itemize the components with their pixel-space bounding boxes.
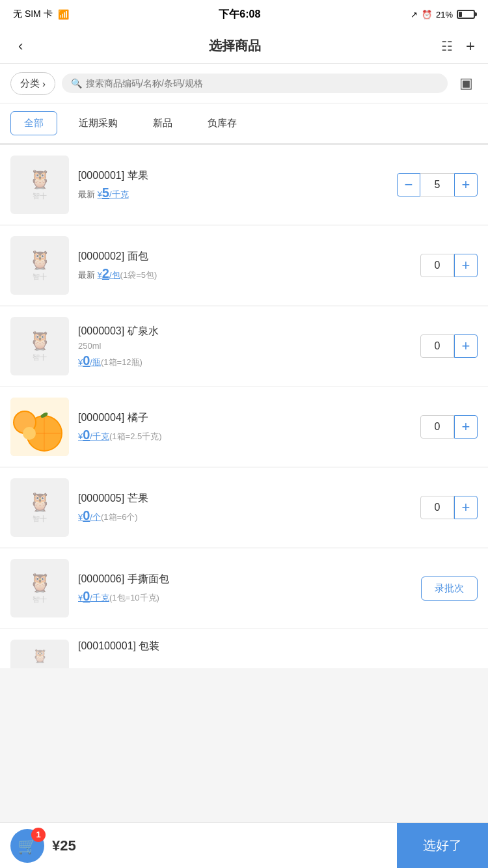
product-price-0000006: ¥0/千克(1包=10千克) [78, 589, 412, 604]
search-bar: 🔍 [62, 74, 448, 93]
cart-total: ¥25 [52, 837, 76, 854]
product-info-0000005: [0000005] 芒果 ¥0/个(1箱=6个) [78, 492, 411, 523]
product-name-0000002: [0000002] 面包 [78, 250, 411, 264]
cart-badge: 1 [31, 828, 46, 842]
product-thumb-0000003: 🦉 智十 [10, 317, 69, 375]
batch-control-0000006: 录批次 [421, 576, 478, 601]
category-chevron: › [42, 78, 46, 89]
qty-plus-0000001[interactable]: + [454, 173, 478, 197]
product-name-0000006: [0000006] 手撕面包 [78, 573, 412, 586]
product-thumb-0000005: 🦉 智十 [10, 478, 69, 537]
orange-image [10, 398, 69, 456]
svg-point-8 [23, 427, 36, 440]
qty-control-0000004: + [420, 415, 478, 439]
product-item-partial: 🦉 [000100001] 包装 [0, 629, 488, 668]
nav-actions: ☷ + [441, 37, 475, 55]
nav-bar: ‹ 选择商品 ☷ + [0, 29, 488, 64]
placeholder-text: 智十 [33, 595, 47, 604]
placeholder-icon: 🦉 [29, 491, 51, 513]
location-icon: ↗ [411, 10, 418, 20]
qty-plus-0000003[interactable]: + [454, 334, 478, 358]
tab-negative[interactable]: 负库存 [194, 111, 251, 135]
search-input[interactable] [86, 78, 439, 88]
placeholder-text: 智十 [33, 191, 47, 201]
placeholder-icon: 🦉 [29, 249, 51, 271]
battery-label: 21% [436, 10, 453, 20]
product-thumb-partial: 🦉 [10, 640, 69, 668]
qty-plus-0000005[interactable]: + [454, 496, 478, 519]
product-item-0000004: [0000004] 橘子 ¥0/千克(1箱=2.5千克) + [0, 387, 488, 467]
qty-input-0000005[interactable] [420, 496, 454, 519]
carrier-label: 无 SIM 卡 [13, 8, 53, 20]
category-button[interactable]: 分类 › [10, 72, 55, 95]
product-name-partial: [000100001] 包装 [78, 640, 478, 653]
product-thumb-0000004 [10, 398, 69, 456]
placeholder-text: 智十 [33, 353, 47, 362]
product-price-0000002: 最新 ¥2/包(1袋=5包) [78, 266, 411, 281]
status-bar: 无 SIM 卡 📶 下午6:08 ↗ ⏰ 21% [0, 0, 488, 29]
product-info-0000001: [0000001] 苹果 最新 ¥5/千克 [78, 169, 388, 200]
tab-all[interactable]: 全部 [10, 111, 57, 135]
qty-input-0000003[interactable] [420, 334, 454, 358]
wifi-icon: 📶 [58, 9, 69, 20]
qty-input-0000002[interactable] [420, 254, 454, 277]
filter-icon[interactable]: ☷ [441, 38, 453, 54]
product-info-partial: [000100001] 包装 [78, 640, 478, 656]
add-button[interactable]: + [466, 37, 475, 55]
product-item-0000005: 🦉 智十 [0000005] 芒果 ¥0/个(1箱=6个) + [0, 468, 488, 547]
cart-area: 🛒 1 ¥25 [10, 829, 397, 863]
qty-plus-0000002[interactable]: + [454, 254, 478, 277]
product-info-0000004: [0000004] 橘子 ¥0/千克(1箱=2.5千克) [78, 411, 411, 442]
qty-minus-0000001[interactable]: − [397, 173, 420, 197]
placeholder-icon: 🦉 [29, 330, 51, 351]
scan-icon: ▣ [459, 75, 473, 92]
category-label: 分类 [20, 77, 40, 90]
confirm-button[interactable]: 选好了 [397, 823, 488, 869]
placeholder-icon: 🦉 [29, 169, 51, 190]
status-time: 下午6:08 [219, 8, 260, 21]
product-item-0000001: 🦉 智十 [0000001] 苹果 最新 ¥5/千克 − + [0, 145, 488, 224]
qty-input-0000004[interactable] [420, 415, 454, 439]
product-info-0000002: [0000002] 面包 最新 ¥2/包(1袋=5包) [78, 250, 411, 281]
product-price-0000003: ¥0/瓶(1箱=12瓶) [78, 353, 411, 368]
back-button[interactable]: ‹ [13, 33, 28, 60]
status-left: 无 SIM 卡 📶 [13, 8, 69, 20]
scan-button[interactable]: ▣ [454, 72, 478, 95]
placeholder-text: 智十 [33, 272, 47, 282]
qty-control-0000005: + [420, 496, 478, 519]
product-price-0000005: ¥0/个(1箱=6个) [78, 508, 411, 523]
product-name-0000004: [0000004] 橘子 [78, 411, 411, 425]
qty-input-0000001[interactable] [420, 173, 454, 197]
cart-button[interactable]: 🛒 1 [10, 829, 44, 863]
search-icon: 🔍 [71, 78, 82, 88]
qty-plus-0000004[interactable]: + [454, 415, 478, 439]
product-info-0000006: [0000006] 手撕面包 ¥0/千克(1包=10千克) [78, 573, 412, 604]
alarm-icon: ⏰ [422, 10, 432, 20]
placeholder-text: 智十 [33, 514, 47, 524]
tab-new[interactable]: 新品 [139, 111, 186, 135]
tab-recent[interactable]: 近期采购 [65, 111, 131, 135]
product-item-0000006: 🦉 智十 [0000006] 手撕面包 ¥0/千克(1包=10千克) 录批次 [0, 549, 488, 628]
product-item-0000002: 🦉 智十 [0000002] 面包 最新 ¥2/包(1袋=5包) + [0, 226, 488, 305]
product-price-0000004: ¥0/千克(1箱=2.5千克) [78, 427, 411, 442]
placeholder-icon: 🦉 [32, 648, 48, 664]
bottom-bar: 🛒 1 ¥25 选好了 [0, 822, 488, 868]
product-thumb-0000006: 🦉 智十 [10, 559, 69, 617]
product-name-0000003: [0000003] 矿泉水 [78, 325, 411, 338]
qty-control-0000002: + [420, 254, 478, 277]
tab-row: 全部 近期采购 新品 负库存 [0, 103, 488, 145]
batch-button-0000006[interactable]: 录批次 [421, 576, 478, 601]
qty-control-0000001: − + [397, 173, 478, 197]
filter-row: 分类 › 🔍 ▣ [0, 64, 488, 103]
page-title: 选择商品 [209, 37, 261, 55]
product-list: 🦉 智十 [0000001] 苹果 最新 ¥5/千克 − + 🦉 智十 [000… [0, 145, 488, 668]
product-info-0000003: [0000003] 矿泉水 250ml ¥0/瓶(1箱=12瓶) [78, 325, 411, 368]
status-right: ↗ ⏰ 21% [411, 10, 475, 20]
battery-icon [457, 10, 475, 19]
product-spec-0000003: 250ml [78, 341, 411, 351]
product-price-0000001: 最新 ¥5/千克 [78, 185, 388, 200]
product-name-0000005: [0000005] 芒果 [78, 492, 411, 506]
product-thumb-0000001: 🦉 智十 [10, 156, 69, 214]
qty-control-0000003: + [420, 334, 478, 358]
product-name-0000001: [0000001] 苹果 [78, 169, 388, 183]
